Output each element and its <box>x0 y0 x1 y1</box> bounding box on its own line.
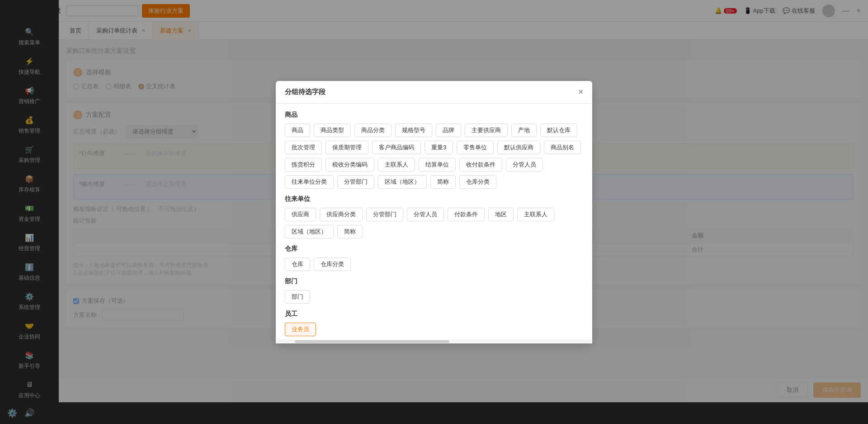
field-region[interactable]: 区域（地区） <box>378 175 427 189</box>
field-goods[interactable]: 商品 <box>285 124 310 137</box>
field-main-supplier[interactable]: 主要供应商 <box>465 124 508 137</box>
field-wh[interactable]: 仓库 <box>285 257 310 271</box>
field-dept[interactable]: 部门 <box>285 290 310 304</box>
modal-close-btn[interactable]: × <box>578 87 583 97</box>
field-batch-mgmt[interactable]: 批次管理 <box>285 141 322 154</box>
modal-dialog: 分组待选字段 × 商品 商品 商品类型 商品分类 规格型号 品牌 主要供应商 产… <box>276 81 592 343</box>
field-dept-p[interactable]: 分管部门 <box>366 208 403 221</box>
modal-title: 分组待选字段 <box>285 88 326 96</box>
field-settle-unit[interactable]: 结算单位 <box>419 158 456 172</box>
field-grid-goods: 商品 商品类型 商品分类 规格型号 品牌 主要供应商 产地 默认仓库 批次管理 … <box>285 124 583 189</box>
section-title-warehouse: 仓库 <box>285 245 583 253</box>
scroll-handle <box>295 340 449 343</box>
field-payment-p[interactable]: 付款条件 <box>448 208 485 221</box>
field-partner-category[interactable]: 往来单位分类 <box>285 175 334 189</box>
section-title-goods: 商品 <box>285 111 583 119</box>
section-title-partners: 往来单位 <box>285 195 583 203</box>
field-warehouse-cat[interactable]: 仓库分类 <box>459 175 496 189</box>
field-tax-code[interactable]: 税收分类编码 <box>326 158 374 172</box>
field-supplier-cat[interactable]: 供应商分类 <box>320 208 363 221</box>
field-payment-terms[interactable]: 收付款条件 <box>459 158 502 172</box>
field-salesperson[interactable]: 业务员 <box>285 323 316 336</box>
field-spec-model[interactable]: 规格型号 <box>395 124 432 137</box>
field-default-supplier[interactable]: 默认供应商 <box>497 141 540 154</box>
section-title-employee: 员工 <box>285 310 583 318</box>
modal-scroll-bottom <box>276 340 592 343</box>
field-goods-type[interactable]: 商品类型 <box>314 124 351 137</box>
field-region2-p[interactable]: 区域（地区） <box>285 225 334 238</box>
modal-overlay: 分组待选字段 × 商品 商品 商品类型 商品分类 规格型号 品牌 主要供应商 产… <box>0 0 868 424</box>
field-manager[interactable]: 分管人员 <box>506 158 543 172</box>
field-manager-p[interactable]: 分管人员 <box>407 208 444 221</box>
field-grid-employee: 业务员 <box>285 323 583 336</box>
field-origin[interactable]: 产地 <box>511 124 537 137</box>
field-weight[interactable]: 重量3 <box>425 141 453 154</box>
field-region-p[interactable]: 地区 <box>488 208 514 221</box>
field-short-p[interactable]: 简称 <box>337 225 363 238</box>
field-brand[interactable]: 品牌 <box>436 124 461 137</box>
field-main-contact[interactable]: 主联系人 <box>378 158 415 172</box>
field-grid-dept: 部门 <box>285 290 583 304</box>
field-customer-code[interactable]: 客户商品编码 <box>372 141 421 154</box>
field-default-warehouse[interactable]: 默认仓库 <box>540 124 577 137</box>
field-short-name[interactable]: 简称 <box>430 175 456 189</box>
field-shelf-life[interactable]: 保质期管理 <box>326 141 368 154</box>
field-contact-p[interactable]: 主联系人 <box>517 208 554 221</box>
section-title-dept: 部门 <box>285 277 583 286</box>
field-goods-category[interactable]: 商品分类 <box>354 124 392 137</box>
field-grid-warehouse: 仓库 仓库分类 <box>285 257 583 271</box>
field-alias[interactable]: 商品别名 <box>544 141 581 154</box>
modal-body[interactable]: 商品 商品 商品类型 商品分类 规格型号 品牌 主要供应商 产地 默认仓库 批次… <box>276 104 592 340</box>
modal-header: 分组待选字段 × <box>276 81 592 104</box>
field-pick-points[interactable]: 拣货积分 <box>285 158 322 172</box>
field-wh-cat[interactable]: 仓库分类 <box>314 257 351 271</box>
field-retail-unit[interactable]: 零售单位 <box>457 141 494 154</box>
field-supplier[interactable]: 供应商 <box>285 208 316 221</box>
field-grid-partners: 供应商 供应商分类 分管部门 分管人员 付款条件 地区 主联系人 区域（地区） … <box>285 208 583 238</box>
field-dept-managed[interactable]: 分管部门 <box>337 175 374 189</box>
